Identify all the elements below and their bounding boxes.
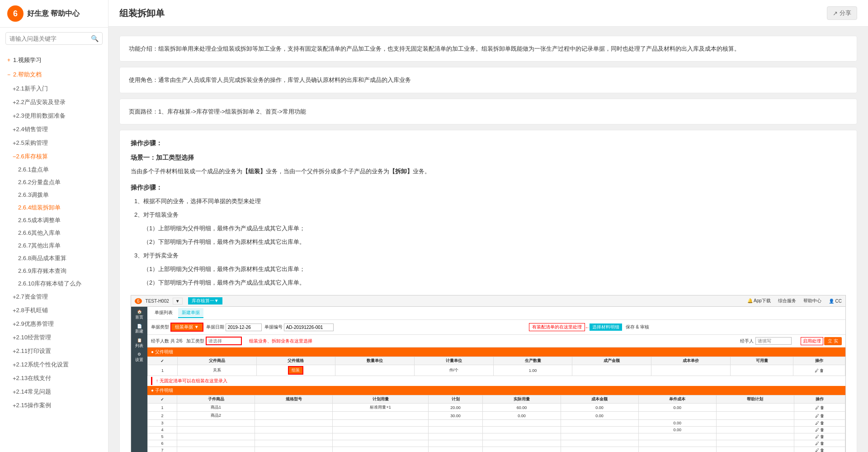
sc-th-check: ✓ (148, 357, 178, 365)
sc-lth-plan2: 计划 (428, 395, 483, 404)
sc-company: TEST-H002 (146, 299, 169, 304)
search-input[interactable] (9, 35, 91, 42)
sc-annotation-text1: 有装配清单的在这里处理 (529, 323, 585, 331)
sc-lth-costamt: 成本金额 (561, 395, 638, 404)
sidebar-item-faq[interactable]: +2.14常见问题 (0, 385, 108, 399)
sidebar-item-finance[interactable]: +2.7资金管理 (0, 290, 108, 304)
sidebar-item-ops[interactable]: +2.10经营管理 (0, 331, 108, 344)
screenshot-mockup: 6 TEST-H002 ▼ 库存核算一▼ 🔔 App下载 综合服务 帮助中心 👤… (131, 295, 846, 452)
expand-icon: + (13, 294, 16, 300)
sc-person-cnt-field: 经手人数 共 2/6 (151, 338, 183, 344)
sc-section-orange: ● 父件明细 (147, 347, 845, 357)
sidebar-item-2-6-2[interactable]: 2.6.2分量盘点单 (0, 176, 108, 189)
sc-lth-helpplan: 帮助计划 (716, 395, 794, 404)
sc-upper-table: ✓ 父件商品 父件规格 数量单位 计量单位 生产数量 成产金额 成本单价 可用量 (147, 357, 845, 376)
sidebar-item-2-6-9[interactable]: 2.6.9库存账本查询 (0, 265, 108, 277)
table-row: 1 商品1 标准用量+1 20.00 60.00 0.00 0.00 � (148, 404, 845, 412)
sc-sidebar-list: 📋列表 (135, 338, 143, 348)
stock-sub-nav: 2.6.1盘点单 2.6.2分量盘点单 2.6.3调拨单 2.6.4组装拆卸单 … (0, 163, 108, 290)
sidebar-item-video[interactable]: + 1.视频学习 (0, 53, 108, 67)
sidebar-item-2-6-10[interactable]: 2.6.10库存账本错了么办 (0, 277, 108, 290)
table-row: 30.00🖊 🗑 (148, 420, 845, 427)
sc-tabs: 单据列表 新建单据 (147, 307, 845, 320)
sc-type-select[interactable]: 组装单据 ▼ (170, 323, 203, 332)
expand-icon: + (7, 57, 10, 63)
path-card: 页面路径：1、库存核算->库存管理->组装拆卸单 2、首页->常用功能 (119, 99, 857, 124)
sc-no-label: 单据编号 (264, 324, 283, 330)
sidebar-item-2-6-3[interactable]: 2.6.3调拨单 (0, 189, 108, 201)
sc-confirm-btn[interactable]: 立 实 (824, 337, 842, 345)
sc-th-costunit: 成本单价 (651, 357, 731, 365)
expand-icon: + (13, 113, 16, 119)
share-button[interactable]: ↗ 分享 (827, 6, 857, 20)
search-icon[interactable]: 🔍 (91, 35, 99, 42)
sc-tab-new[interactable]: 新建单据 (178, 308, 203, 318)
sidebar-item-2-6-8[interactable]: 2.6.8商品成本重算 (0, 252, 108, 265)
sc-td-ops: 🖊 🗑 (793, 365, 845, 376)
sc-td-punit1 (335, 365, 415, 376)
sidebar-item-print[interactable]: +2.11打印设置 (0, 344, 108, 358)
sc-lth-spec: 规格型号 (255, 395, 333, 404)
collapse-icon: − (13, 153, 16, 160)
sidebar-item-sales[interactable]: +2.4销售管理 (0, 123, 108, 136)
search-box[interactable]: 🔍 (5, 32, 103, 45)
expand-icon: + (13, 307, 16, 314)
step-3-1: （1）上部明细为父件明细，最终作为原材料生成其它出库单； (134, 263, 846, 275)
sidebar-item-data-prep[interactable]: +2.3使用前数据准备 (0, 109, 108, 123)
step-2: 2、对于组装业务 (134, 209, 846, 221)
sidebar-item-help[interactable]: − 2.帮助文档 (0, 67, 108, 82)
main: 组装拆卸单 ↗ 分享 功能介绍：组装拆卸单用来处理企业组装或拆卸等加工业务，支持… (108, 0, 868, 452)
sc-process-right: 经手人 (740, 337, 792, 345)
expand-icon: + (13, 402, 16, 409)
expand-icon: + (13, 86, 16, 92)
sidebar-item-2-6-4[interactable]: 2.6.4组装拆卸单 (0, 201, 108, 214)
nav-tree: + 1.视频学习 − 2.帮助文档 +2.1新手入门 +2.2产品安装及登录 +… (0, 49, 108, 452)
sidebar-item-stock[interactable]: −2.6库存核算 (0, 150, 108, 163)
intro-card-2: 使用角色：通常由生产人员或库管人员完成拆装业务的操作，库管人员确认原材料的出库和… (119, 67, 857, 93)
sc-no-field: 单据编号 (264, 324, 334, 331)
ops-steps-title: 操作步骤： (131, 184, 846, 192)
sidebar-item-payment[interactable]: +2.13在线支付 (0, 371, 108, 385)
sidebar-item-2-6-5[interactable]: 2.6.5成本调整单 (0, 214, 108, 227)
sc-form-row2-wrapper: 经手人数 共 2/6 加工类型 组装业务、拆卸业务在这里选择 经手人 (147, 335, 845, 347)
sidebar-item-newbie[interactable]: +2.1新手入门 (0, 82, 108, 95)
scenario1-title: 场景一：加工类型选择 (131, 154, 846, 162)
sidebar-item-cases[interactable]: +2.15操作案例 (0, 399, 108, 412)
sidebar-item-2-6-1[interactable]: 2.6.1盘点单 (0, 163, 108, 176)
sc-date-input[interactable] (226, 324, 262, 331)
sc-no-input[interactable] (284, 324, 334, 331)
sc-tab-list[interactable]: 单据列表 (151, 308, 176, 318)
main-content: 功能介绍：组装拆卸单用来处理企业组装或拆卸等加工业务，支持有固定装配清单的产品加… (108, 27, 868, 452)
sidebar-item-2-6-7[interactable]: 2.6.7其他出库单 (0, 239, 108, 252)
intro-card-1: 功能介绍：组装拆卸单用来处理企业组装或拆卸等加工业务，支持有固定装配清单的产品加… (119, 36, 857, 62)
sc-save-btn: 保存 & 审核 (626, 324, 649, 330)
scenario1-desc: 当由多个子件材料组装成一个成品的业务为【组装】业务，当由一个父件拆分成多个子产品… (131, 166, 846, 177)
intro-text-1: 功能介绍：组装拆卸单用来处理企业组装或拆卸等加工业务，支持有固定装配清单的产品加… (129, 43, 848, 54)
expand-icon: + (13, 321, 16, 328)
sc-th-punit2: 计量单位 (415, 357, 494, 365)
sc-th-pspec: 父件规格 (256, 357, 335, 365)
sc-process-type-input[interactable] (206, 337, 242, 345)
sc-help: 帮助中心 (803, 298, 821, 304)
sc-lth-unitcost: 单件成本 (638, 395, 716, 404)
sidebar-item-2-6-6[interactable]: 2.6.6其他入库单 (0, 227, 108, 239)
logo-text: 好生意 帮助中心 (27, 9, 80, 19)
content-body: 操作步骤： 场景一：加工类型选择 当由多个子件材料组装成一个成品的业务为【组装】… (119, 130, 857, 452)
share-icon: ↗ (833, 10, 838, 17)
sc-person-cnt-value: 2/6 (176, 338, 183, 343)
sc-main-area: 🏠首页 📄新建 📋列表 ⚙设置 单据列表 新建单据 (131, 307, 845, 452)
expand-icon: + (13, 126, 16, 133)
path-text: 页面路径：1、库存核算->库存管理->组装拆卸单 2、首页->常用功能 (129, 106, 848, 117)
sc-th-prodamt: 成产金额 (572, 357, 651, 365)
sc-logo: 6 (135, 298, 142, 304)
table-row: 1 关系 组装 件/个 1.00 🖊 🗑 (148, 365, 845, 376)
sidebar-item-mobile[interactable]: +2.8手机旺铺 (0, 304, 108, 317)
sidebar-item-settings[interactable]: +2.12系统个性化设置 (0, 358, 108, 371)
sc-person-input[interactable] (755, 337, 792, 345)
sc-th-avail: 可用量 (730, 357, 793, 365)
sc-app-dl: 🔔 App下载 (747, 298, 771, 304)
sidebar-item-voucher[interactable]: +2.9优惠券管理 (0, 317, 108, 331)
sidebar-item-install[interactable]: +2.2产品安装及登录 (0, 95, 108, 109)
sc-td-prodqty: 1.00 (493, 365, 572, 376)
sidebar-item-purchase[interactable]: +2.5采购管理 (0, 136, 108, 150)
